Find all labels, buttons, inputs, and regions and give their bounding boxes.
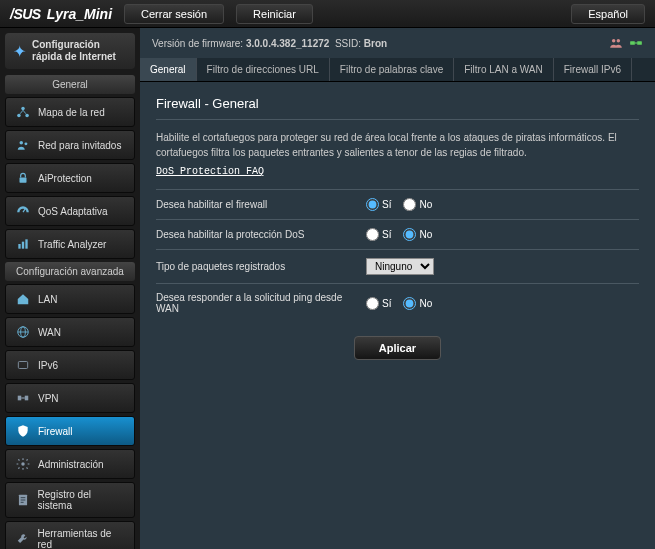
nav-label: WAN (38, 327, 61, 338)
svg-rect-12 (18, 396, 22, 401)
ssid-value: Bron (364, 38, 387, 49)
nav-aiprotection[interactable]: AiProtection (5, 163, 135, 193)
row-enable-firewall: Desea habilitar el firewall Sí No (156, 189, 639, 219)
tab-bar: General Filtro de direcciones URL Filtro… (140, 58, 655, 82)
svg-rect-19 (637, 41, 642, 45)
nav-syslog[interactable]: Registro del sistema (5, 482, 135, 518)
radio-dos-no[interactable]: No (403, 228, 432, 241)
radio-firewall-yes[interactable]: Sí (366, 198, 391, 211)
shield-icon (14, 423, 32, 439)
row-ping-wan: Desea responder a la solicitud ping desd… (156, 283, 639, 322)
fw-label: Versión de firmware: (152, 38, 243, 49)
page-description: Habilite el cortafuegos para proteger su… (156, 130, 639, 160)
nav-label: AiProtection (38, 173, 92, 184)
lock-icon (14, 170, 32, 186)
globe-icon (14, 324, 32, 340)
nav-lan[interactable]: LAN (5, 284, 135, 314)
header-bar: /SUS Lyra_Mini Cerrar sesión Reiniciar E… (0, 0, 655, 28)
section-advanced-header: Configuración avanzada (5, 262, 135, 281)
label-enable-firewall: Desea habilitar el firewall (156, 199, 366, 210)
packet-type-select[interactable]: Ninguno (366, 258, 434, 275)
svg-rect-6 (18, 244, 20, 249)
tab-general[interactable]: General (140, 58, 197, 81)
internet-status-icon[interactable] (629, 36, 643, 50)
nav-label: Red para invitados (38, 140, 121, 151)
vpn-icon (14, 390, 32, 406)
reboot-button[interactable]: Reiniciar (236, 4, 313, 24)
nav-qos[interactable]: QoS Adaptativa (5, 196, 135, 226)
nav-wan[interactable]: WAN (5, 317, 135, 347)
svg-point-3 (20, 141, 24, 145)
nav-label: Herramientas de red (37, 528, 126, 549)
nav-admin[interactable]: Administración (5, 449, 135, 479)
row-enable-dos: Desea habilitar la protección DoS Sí No (156, 219, 639, 249)
quick-setup-label: Configuración rápida de Internet (32, 39, 127, 63)
nav-traffic[interactable]: Traffic Analyzer (5, 229, 135, 259)
status-bar: Versión de firmware: 3.0.0.4.382_11272 S… (140, 28, 655, 58)
nav-label: Mapa de la red (38, 107, 105, 118)
nav-label: Registro del sistema (38, 489, 126, 511)
nav-label: VPN (38, 393, 59, 404)
chart-icon (14, 236, 32, 252)
language-button[interactable]: Español (571, 4, 645, 24)
logout-button[interactable]: Cerrar sesión (124, 4, 224, 24)
nav-firewall[interactable]: Firewall (5, 416, 135, 446)
apply-button[interactable]: Aplicar (354, 336, 441, 360)
clients-icon[interactable] (609, 36, 623, 50)
house-icon (14, 291, 32, 307)
nav-guest-network[interactable]: Red para invitados (5, 130, 135, 160)
svg-rect-8 (25, 239, 27, 248)
tab-ipv6-firewall[interactable]: Firewall IPv6 (554, 58, 632, 81)
svg-point-17 (617, 39, 621, 43)
tab-lan-wan-filter[interactable]: Filtro LAN a WAN (454, 58, 554, 81)
fw-value: 3.0.0.4.382_11272 (246, 38, 329, 49)
radio-ping-no[interactable]: No (403, 297, 432, 310)
product-name: Lyra_Mini (47, 6, 112, 22)
nav-vpn[interactable]: VPN (5, 383, 135, 413)
svg-rect-11 (18, 362, 27, 369)
sidebar: ✦ Configuración rápida de Internet Gener… (0, 28, 140, 549)
nav-label: Traffic Analyzer (38, 239, 106, 250)
svg-rect-18 (630, 41, 635, 45)
svg-point-1 (17, 114, 21, 118)
main-content: Versión de firmware: 3.0.0.4.382_11272 S… (140, 28, 655, 549)
section-general-header: General (5, 75, 135, 94)
radio-ping-yes[interactable]: Sí (366, 297, 391, 310)
svg-rect-13 (25, 396, 29, 401)
tab-keyword-filter[interactable]: Filtro de palabras clave (330, 58, 454, 81)
quick-setup-button[interactable]: ✦ Configuración rápida de Internet (5, 33, 135, 69)
svg-rect-5 (20, 177, 27, 182)
nav-label: QoS Adaptativa (38, 206, 108, 217)
tools-icon (14, 531, 31, 547)
label-enable-dos: Desea habilitar la protección DoS (156, 229, 366, 240)
nav-label: Administración (38, 459, 104, 470)
nav-label: Firewall (38, 426, 72, 437)
gauge-icon (14, 203, 32, 219)
nav-ipv6[interactable]: IPv6 (5, 350, 135, 380)
nav-label: IPv6 (38, 360, 58, 371)
tab-url-filter[interactable]: Filtro de direcciones URL (197, 58, 330, 81)
gear-icon (14, 456, 32, 472)
faq-link[interactable]: DoS Protection FAQ (156, 166, 264, 177)
label-packet-type: Tipo de paquetes registrados (156, 261, 366, 272)
svg-point-14 (21, 462, 25, 466)
page-title: Firewall - General (156, 96, 639, 120)
svg-point-0 (21, 107, 25, 111)
ssid-label: SSID: (335, 38, 361, 49)
svg-point-4 (24, 142, 27, 145)
svg-point-2 (25, 114, 29, 118)
network-map-icon (14, 104, 32, 120)
nav-label: LAN (38, 294, 57, 305)
nav-network-map[interactable]: Mapa de la red (5, 97, 135, 127)
wand-icon: ✦ (13, 42, 26, 61)
ipv6-icon (14, 357, 32, 373)
label-ping-wan: Desea responder a la solicitud ping desd… (156, 292, 366, 314)
svg-rect-7 (22, 242, 24, 249)
nav-nettools[interactable]: Herramientas de red (5, 521, 135, 549)
row-packet-type: Tipo de paquetes registrados Ninguno (156, 249, 639, 283)
radio-dos-yes[interactable]: Sí (366, 228, 391, 241)
svg-point-16 (612, 39, 616, 43)
radio-firewall-no[interactable]: No (403, 198, 432, 211)
brand-logo: /SUS (10, 6, 41, 22)
log-icon (14, 492, 32, 508)
